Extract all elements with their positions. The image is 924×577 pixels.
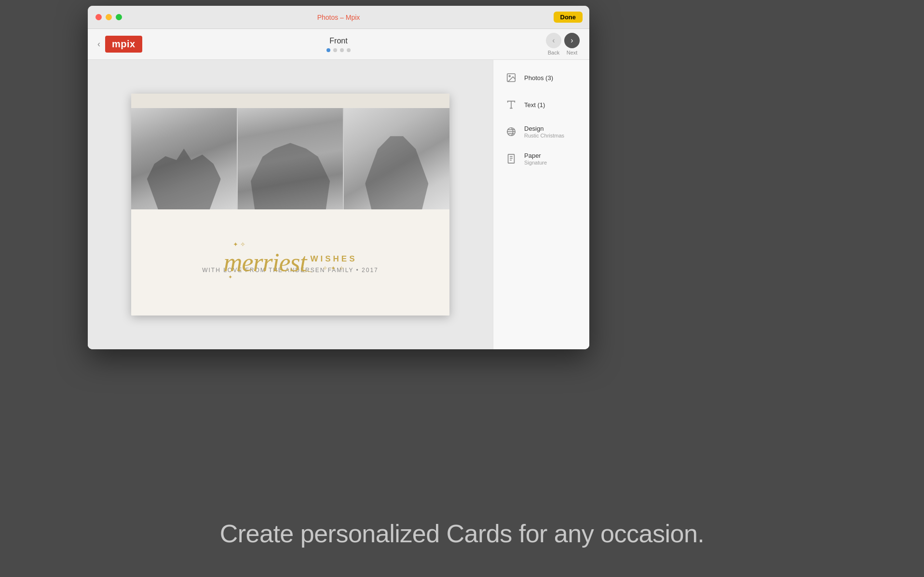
sidebar-item-photos[interactable]: Photos (3) bbox=[496, 65, 586, 91]
sidebar-design-sublabel: Rustic Christmas bbox=[524, 133, 564, 138]
main-window: Photos – Mpix Done ‹ mpix Front bbox=[88, 6, 589, 349]
done-button[interactable]: Done bbox=[554, 12, 583, 23]
sidebar-item-paper[interactable]: Paper Signature bbox=[496, 146, 586, 172]
sidebar-photos-text: Photos (3) bbox=[524, 74, 553, 82]
card-preview: ✦ ✧ merriest ✦ ⌒ WISHES ✧ ✦ ✧ bbox=[131, 94, 449, 316]
mpix-logo: mpix bbox=[105, 36, 142, 53]
sidebar-paper-sublabel: Signature bbox=[524, 160, 547, 165]
card-merriest-wrap: ✦ ✧ merriest ✦ ⌒ WISHES ✧ ✦ ✧ bbox=[223, 249, 357, 276]
nav-right: ‹ Back › Next bbox=[546, 33, 580, 55]
nav-center: Front bbox=[326, 37, 351, 52]
sidebar-photos-label: Photos (3) bbox=[524, 74, 553, 82]
back-nav-label: Back bbox=[548, 50, 559, 55]
window-title: Photos – Mpix bbox=[317, 14, 360, 21]
back-nav-button[interactable]: ‹ bbox=[546, 33, 561, 48]
close-button[interactable] bbox=[95, 14, 102, 20]
card-text-area: ✦ ✧ merriest ✦ ⌒ WISHES ✧ ✦ ✧ bbox=[131, 209, 449, 316]
main-content: ‹ mpix Front ‹ Back › Nex bbox=[88, 29, 589, 349]
canvas-area: ✦ ✧ merriest ✦ ⌒ WISHES ✧ ✦ ✧ bbox=[88, 60, 493, 349]
dot-4[interactable] bbox=[347, 48, 351, 52]
page-title: Front bbox=[329, 37, 347, 45]
sidebar-design-label: Design bbox=[524, 125, 564, 132]
body-row: ✦ ✧ merriest ✦ ⌒ WISHES ✧ ✦ ✧ bbox=[88, 60, 589, 349]
sidebar-text-label: Text (1) bbox=[524, 101, 545, 109]
page-dots bbox=[326, 48, 351, 52]
sidebar-item-text[interactable]: Text (1) bbox=[496, 92, 586, 118]
sidebar: Photos (3) Text (1) bbox=[493, 60, 589, 349]
sparkle-3: ✧ ✦ ✧ bbox=[310, 265, 357, 272]
text-icon bbox=[504, 97, 518, 112]
dot-2[interactable] bbox=[333, 48, 337, 52]
nav-left: ‹ mpix bbox=[97, 36, 142, 53]
paper-icon bbox=[504, 151, 518, 166]
card-top-bar bbox=[131, 94, 449, 108]
traffic-lights bbox=[95, 14, 122, 20]
minimize-button[interactable] bbox=[106, 14, 112, 20]
bottom-tagline: Create personalized Cards for any occasi… bbox=[0, 519, 924, 548]
sidebar-paper-label: Paper bbox=[524, 152, 547, 159]
next-nav-label: Next bbox=[567, 50, 578, 55]
sidebar-text-text: Text (1) bbox=[524, 101, 545, 109]
back-nav-group: ‹ Back bbox=[546, 33, 561, 55]
title-photos: Photos bbox=[317, 14, 339, 21]
dot-3[interactable] bbox=[340, 48, 344, 52]
dot-1[interactable] bbox=[326, 48, 330, 52]
design-icon bbox=[504, 124, 518, 139]
sidebar-paper-text: Paper Signature bbox=[524, 152, 547, 165]
maximize-button[interactable] bbox=[116, 14, 122, 20]
svg-point-1 bbox=[509, 75, 510, 77]
nav-bar: ‹ mpix Front ‹ Back › Nex bbox=[88, 29, 589, 60]
photo-slot-1[interactable] bbox=[131, 108, 237, 209]
photo-slot-2[interactable] bbox=[238, 108, 343, 209]
swash: ⌒ bbox=[301, 269, 311, 282]
svg-rect-3 bbox=[508, 154, 515, 163]
back-arrow-icon[interactable]: ‹ bbox=[97, 39, 100, 49]
card-merriest-text: merriest bbox=[223, 249, 306, 275]
card-photos bbox=[131, 108, 449, 209]
sidebar-item-design[interactable]: Design Rustic Christmas bbox=[496, 119, 586, 145]
next-nav-button[interactable]: › bbox=[564, 33, 580, 48]
photo-slot-3[interactable] bbox=[344, 108, 449, 209]
image-icon bbox=[504, 70, 518, 85]
sidebar-design-text: Design Rustic Christmas bbox=[524, 125, 564, 138]
sparkle-2: ✦ bbox=[228, 274, 232, 280]
next-nav-group: › Next bbox=[564, 33, 580, 55]
title-appname: Mpix bbox=[346, 14, 360, 21]
card-wishes-text: WISHES bbox=[310, 254, 357, 264]
sparkle-1: ✦ ✧ bbox=[233, 241, 245, 248]
titlebar: Photos – Mpix Done bbox=[88, 6, 589, 29]
